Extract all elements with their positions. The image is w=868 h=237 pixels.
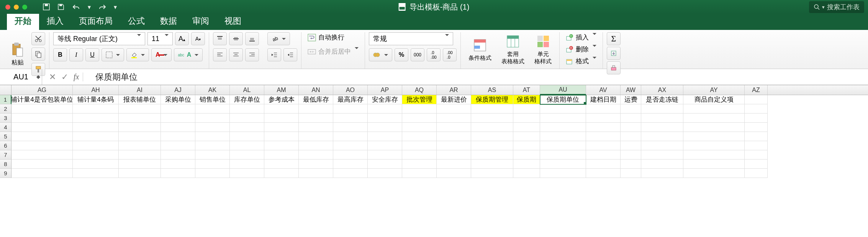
cell[interactable] (683, 123, 745, 132)
cell[interactable] (161, 114, 195, 123)
cell[interactable] (683, 114, 745, 123)
insert-cells-button[interactable]: +插入 (563, 32, 599, 43)
cell[interactable] (641, 169, 683, 178)
cell[interactable] (641, 114, 683, 123)
cell[interactable] (586, 104, 621, 114)
cell[interactable] (368, 160, 402, 169)
cell[interactable] (161, 132, 195, 141)
cell[interactable] (264, 132, 299, 141)
border-button[interactable] (102, 48, 124, 61)
column-header[interactable]: AO (333, 85, 368, 95)
cell[interactable] (471, 104, 513, 114)
select-all-corner[interactable] (0, 85, 11, 95)
column-header[interactable]: AP (368, 85, 402, 95)
cell[interactable] (195, 114, 230, 123)
cell[interactable] (745, 123, 768, 132)
tab-开始[interactable]: 开始 (7, 13, 39, 30)
column-header[interactable]: AL (230, 85, 264, 95)
cell[interactable] (230, 123, 264, 132)
cell[interactable] (264, 160, 299, 169)
cell[interactable] (402, 104, 437, 114)
fill-color-button[interactable] (126, 48, 149, 61)
cell[interactable] (621, 160, 641, 169)
cell[interactable] (683, 132, 745, 141)
cell[interactable] (11, 123, 73, 132)
cell[interactable]: 辅计量4条码 (73, 95, 119, 104)
increase-font-button[interactable]: A▴ (175, 32, 189, 45)
cell[interactable] (683, 169, 745, 178)
undo-icon[interactable] (72, 3, 81, 11)
decrease-decimal-button[interactable]: .00.0 (443, 48, 457, 61)
cell[interactable] (195, 104, 230, 114)
cell[interactable] (471, 114, 513, 123)
cell[interactable]: 是否走冻链 (641, 95, 683, 104)
cell[interactable] (621, 169, 641, 178)
cell[interactable] (333, 132, 368, 141)
close-window-button[interactable] (5, 5, 10, 10)
cell[interactable] (745, 104, 768, 114)
cell[interactable] (230, 160, 264, 169)
cell[interactable] (368, 132, 402, 141)
number-format-combo[interactable]: 常规 (369, 32, 453, 45)
cell[interactable] (513, 169, 540, 178)
cell[interactable] (368, 104, 402, 114)
cell[interactable] (641, 123, 683, 132)
cell[interactable] (402, 123, 437, 132)
cell[interactable] (333, 123, 368, 132)
cell[interactable] (73, 160, 119, 169)
cell[interactable] (161, 160, 195, 169)
cell[interactable] (299, 141, 333, 150)
font-size-combo[interactable]: 11 (147, 32, 173, 45)
cell[interactable] (195, 132, 230, 141)
orientation-button[interactable]: ab (267, 32, 290, 45)
cell[interactable] (230, 104, 264, 114)
cell[interactable] (513, 141, 540, 150)
cell[interactable] (745, 141, 768, 150)
cell[interactable] (437, 169, 471, 178)
cell[interactable] (745, 132, 768, 141)
cell[interactable] (333, 169, 368, 178)
cell[interactable] (161, 169, 195, 178)
tab-页面布局[interactable]: 页面布局 (71, 13, 120, 30)
tab-公式[interactable]: 公式 (120, 13, 152, 30)
column-header[interactable]: AY (683, 85, 745, 95)
cell[interactable]: 商品自定义项 (683, 95, 745, 104)
cell[interactable] (368, 114, 402, 123)
qat-customize[interactable]: ▾ (114, 3, 117, 11)
cell[interactable] (299, 169, 333, 178)
comma-button[interactable]: 000 (411, 48, 424, 61)
cell[interactable] (73, 104, 119, 114)
cell[interactable] (333, 114, 368, 123)
column-header[interactable]: AK (195, 85, 230, 95)
cell[interactable] (540, 160, 586, 169)
cell[interactable] (641, 141, 683, 150)
cell[interactable]: 辅计量4是否包装单位 (11, 95, 73, 104)
cell[interactable] (683, 150, 745, 160)
cell[interactable] (621, 141, 641, 150)
bold-button[interactable]: B (53, 48, 67, 61)
fill-button[interactable] (607, 47, 621, 60)
cell[interactable] (73, 132, 119, 141)
tab-审阅[interactable]: 审阅 (185, 13, 217, 30)
save-icon[interactable] (57, 3, 65, 11)
format-as-table-button[interactable]: 套用 表格格式 (498, 32, 528, 67)
row-header[interactable]: 6 (0, 141, 11, 150)
cell[interactable] (230, 169, 264, 178)
cell[interactable] (437, 114, 471, 123)
cell[interactable] (73, 141, 119, 150)
formula-input[interactable]: 保质期单位 (90, 71, 868, 83)
cell[interactable] (586, 132, 621, 141)
cell[interactable] (402, 169, 437, 178)
cut-button[interactable] (31, 32, 45, 45)
cell[interactable] (264, 141, 299, 150)
cell[interactable] (513, 132, 540, 141)
autosum-button[interactable]: Σ (607, 32, 621, 45)
cell[interactable] (119, 104, 161, 114)
cell[interactable] (586, 150, 621, 160)
column-header[interactable]: AT (513, 85, 540, 95)
column-header[interactable]: AW (621, 85, 641, 95)
sheet-search[interactable]: ▾ 搜索工作表 (809, 1, 864, 13)
row-header[interactable]: 5 (0, 132, 11, 141)
format-cells-button[interactable]: 格式 (563, 56, 599, 66)
cell[interactable] (73, 123, 119, 132)
